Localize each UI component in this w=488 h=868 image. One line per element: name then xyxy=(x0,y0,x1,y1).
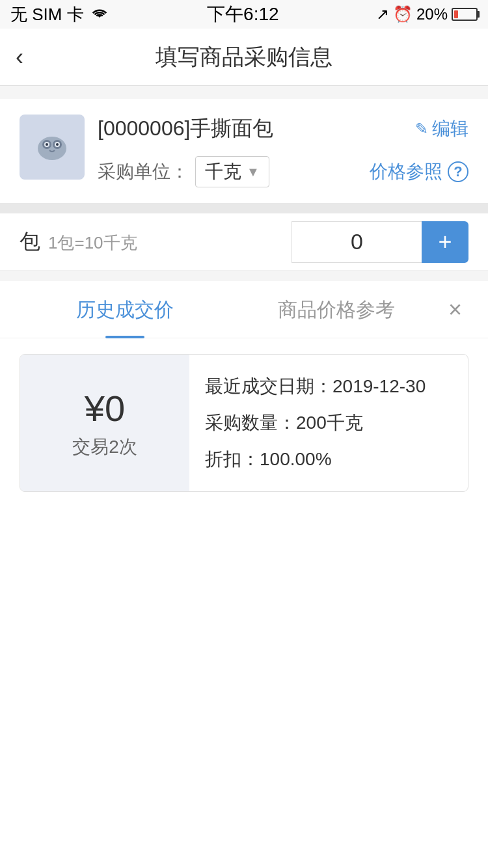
unit-value: 千克 xyxy=(205,159,241,184)
sim-text: 无 SIM 卡 xyxy=(10,3,84,26)
price-ref-help-icon: ? xyxy=(448,161,468,182)
date-value: 2019-12-30 xyxy=(332,376,426,396)
currency-symbol: ¥ xyxy=(85,388,105,429)
tab-close-button[interactable]: × xyxy=(442,296,468,323)
battery-icon xyxy=(452,8,478,21)
qty-value: 200千克 xyxy=(296,413,363,433)
qty-unit-label: 包 xyxy=(20,228,40,256)
edit-button[interactable]: ✎ 编辑 xyxy=(415,116,468,141)
discount-label: 折扣： xyxy=(205,449,260,469)
date-label: 最近成交日期： xyxy=(205,376,332,396)
back-button[interactable]: ‹ xyxy=(16,44,23,71)
product-header: [0000006]手撕面包 ✎ 编辑 采购单位： 千克 ▼ 价格参照 ? xyxy=(20,115,468,187)
edit-label: 编辑 xyxy=(432,116,468,141)
svg-point-0 xyxy=(38,137,66,160)
unit-row-left: 采购单位： 千克 ▼ xyxy=(98,156,269,187)
edit-icon: ✎ xyxy=(415,120,428,138)
tab-header: 历史成交价 商品价格参考 × xyxy=(0,281,488,338)
price-ref-label: 价格参照 xyxy=(370,159,442,184)
svg-point-6 xyxy=(56,143,59,146)
qty-label: 采购数量： xyxy=(205,413,296,433)
history-card: ¥0 交易2次 最近成交日期：2019-12-30 采购数量：200千克 折扣：… xyxy=(20,354,468,492)
qty-label-wrap: 包 1包=10千克 xyxy=(20,228,137,256)
quantity-row: 包 1包=10千克 + xyxy=(0,213,488,271)
location-icon: ↗ xyxy=(376,5,389,23)
history-date-row: 最近成交日期：2019-12-30 xyxy=(205,374,452,399)
main-background xyxy=(0,508,488,868)
tab-product-price-ref[interactable]: 商品价格参考 xyxy=(230,281,441,338)
product-card: [0000006]手撕面包 ✎ 编辑 采购单位： 千克 ▼ 价格参照 ? xyxy=(0,99,488,203)
price-value: 0 xyxy=(105,388,125,429)
wifi-icon xyxy=(89,5,110,25)
qty-conversion-label: 1包=10千克 xyxy=(48,232,137,254)
unit-dropdown-arrow-icon: ▼ xyxy=(247,165,260,180)
section-divider xyxy=(0,203,488,213)
svg-point-5 xyxy=(46,143,48,146)
price-ref-button[interactable]: 价格参照 ? xyxy=(370,159,468,184)
battery-percent: 20% xyxy=(416,5,448,23)
history-left-panel: ¥0 交易2次 xyxy=(20,355,189,491)
product-top-row: [0000006]手撕面包 ✎ 编辑 xyxy=(98,115,468,143)
discount-value: 100.00% xyxy=(260,449,332,469)
history-right-panel: 最近成交日期：2019-12-30 采购数量：200千克 折扣：100.00% xyxy=(189,355,468,491)
quantity-plus-button[interactable]: + xyxy=(422,221,468,263)
product-unit-row: 采购单位： 千克 ▼ 价格参照 ? xyxy=(98,156,468,187)
tab-section: 历史成交价 商品价格参考 × ¥0 交易2次 最近成交日期：2019-12-30… xyxy=(0,281,488,508)
product-name: [0000006]手撕面包 xyxy=(98,115,273,143)
status-right: ↗ ⏰ 20% xyxy=(376,5,478,23)
quantity-input[interactable] xyxy=(291,221,422,263)
tab-history-price[interactable]: 历史成交价 xyxy=(20,281,230,338)
status-time: 下午6:12 xyxy=(207,2,279,27)
history-qty-row: 采购数量：200千克 xyxy=(205,411,452,435)
nav-bar: ‹ 填写商品采购信息 xyxy=(0,29,488,86)
status-left: 无 SIM 卡 xyxy=(10,3,110,26)
page-title: 填写商品采购信息 xyxy=(156,42,332,72)
history-trades: 交易2次 xyxy=(72,435,137,459)
product-logo xyxy=(20,115,85,180)
product-info: [0000006]手撕面包 ✎ 编辑 采购单位： 千克 ▼ 价格参照 ? xyxy=(98,115,468,187)
alarm-icon: ⏰ xyxy=(393,5,413,23)
history-discount-row: 折扣：100.00% xyxy=(205,447,452,472)
history-content: ¥0 交易2次 最近成交日期：2019-12-30 采购数量：200千克 折扣：… xyxy=(0,338,488,508)
history-price: ¥0 xyxy=(85,387,125,429)
qty-input-wrap: + xyxy=(291,221,468,263)
unit-label: 采购单位： xyxy=(98,159,189,184)
unit-select[interactable]: 千克 ▼ xyxy=(195,156,269,187)
status-bar: 无 SIM 卡 下午6:12 ↗ ⏰ 20% xyxy=(0,0,488,29)
